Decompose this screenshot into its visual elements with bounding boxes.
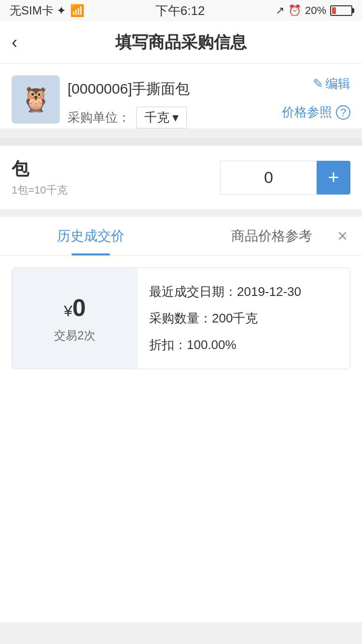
quantity-control: 0 +: [220, 161, 350, 195]
purchase-qty-value: 200千克: [212, 311, 258, 325]
card-details-section: 最近成交日期：2019-12-30 采购数量：200千克 折扣：100.00%: [138, 268, 350, 369]
section-divider: [0, 138, 362, 146]
product-unit-row: 采购单位： 千克 ▾: [68, 107, 190, 128]
latest-date-label: 最近成交日期：: [149, 284, 237, 299]
quantity-unit-big: 包: [12, 157, 68, 181]
price-symbol: ¥: [64, 302, 72, 320]
product-header: 🦉 [0000006]手撕面包 采购单位： 千克 ▾ ✎ 编辑 价格参照: [12, 75, 350, 128]
product-left: 🦉 [0000006]手撕面包 采购单位： 千克 ▾: [12, 75, 190, 128]
product-name: [0000006]手撕面包: [68, 79, 190, 99]
wifi-icon: 📶: [70, 4, 84, 17]
page-title: 填写商品采购信息: [115, 31, 247, 54]
battery-icon: [330, 5, 352, 16]
tab-close-button[interactable]: ×: [337, 226, 348, 246]
purchase-qty-row: 采购数量：200千克: [149, 309, 338, 328]
time-display: 下午6:12: [155, 2, 205, 19]
product-image: 🦉: [12, 75, 60, 124]
price-ref-help-icon: ?: [336, 105, 350, 120]
unit-label: 采购单位：: [68, 109, 130, 126]
quantity-input[interactable]: 0: [220, 161, 317, 195]
tab-bar: 历史成交价 商品价格参考 ×: [0, 217, 362, 256]
quantity-unit-sub: 1包=10千克: [12, 183, 68, 197]
discount-row: 折扣：100.00%: [149, 336, 338, 354]
card-container: ¥0 交易2次 最近成交日期：2019-12-30 采购数量：200千克 折扣：…: [0, 256, 362, 381]
tab-history-price[interactable]: 历史成交价: [0, 217, 181, 255]
tab-reference-label: 商品价格参考: [231, 227, 312, 245]
status-bar: 无SIM卡 ✦ 📶 下午6:12 ↗ ⏰ 20%: [0, 0, 362, 21]
tab-history-label: 历史成交价: [57, 227, 125, 245]
purchase-qty-label: 采购数量：: [149, 311, 212, 325]
latest-date-value: 2019-12-30: [237, 284, 301, 299]
product-thumbnail-icon: 🦉: [21, 85, 51, 113]
discount-value: 100.00%: [187, 337, 237, 352]
price-ref-label: 价格参照: [282, 104, 332, 121]
bottom-area: [0, 381, 362, 622]
battery-percent: 20%: [305, 4, 326, 17]
status-left: 无SIM卡 ✦ 📶: [10, 3, 84, 18]
tab-active-indicator: [71, 253, 110, 255]
nav-bar: ‹ 填写商品采购信息: [0, 21, 362, 64]
edit-label: 编辑: [325, 75, 350, 92]
unit-value: 千克: [144, 109, 169, 126]
card-price-display: ¥0: [64, 294, 86, 322]
carrier-text: 无SIM卡 ✦: [10, 3, 66, 18]
edit-icon: ✎: [313, 76, 323, 91]
latest-date-row: 最近成交日期：2019-12-30: [149, 282, 338, 301]
alarm-icon: ⏰: [288, 4, 301, 17]
unit-arrow-icon: ▾: [172, 110, 179, 125]
quantity-value: 0: [264, 168, 273, 187]
unit-selector[interactable]: 千克 ▾: [136, 107, 187, 128]
product-section: 🦉 [0000006]手撕面包 采购单位： 千克 ▾ ✎ 编辑 价格参照: [0, 64, 362, 128]
back-button[interactable]: ‹: [12, 32, 17, 53]
price-value: 0: [72, 294, 86, 322]
quantity-row: 包 1包=10千克 0 +: [0, 146, 362, 209]
card-price-section: ¥0 交易2次: [12, 268, 138, 369]
location-icon: ↗: [276, 4, 284, 17]
discount-label: 折扣：: [149, 337, 187, 352]
status-right: ↗ ⏰ 20%: [276, 4, 352, 17]
trade-count: 交易2次: [54, 328, 95, 343]
edit-button[interactable]: ✎ 编辑: [313, 75, 350, 92]
quantity-plus-button[interactable]: +: [317, 161, 350, 195]
product-right: ✎ 编辑 价格参照 ?: [282, 75, 350, 121]
quantity-label: 包 1包=10千克: [12, 157, 68, 197]
product-info: [0000006]手撕面包 采购单位： 千克 ▾: [68, 75, 190, 128]
history-card: ¥0 交易2次 最近成交日期：2019-12-30 采购数量：200千克 折扣：…: [12, 267, 350, 369]
tab-price-reference[interactable]: 商品价格参考: [181, 217, 362, 255]
price-ref-button[interactable]: 价格参照 ?: [282, 104, 350, 121]
